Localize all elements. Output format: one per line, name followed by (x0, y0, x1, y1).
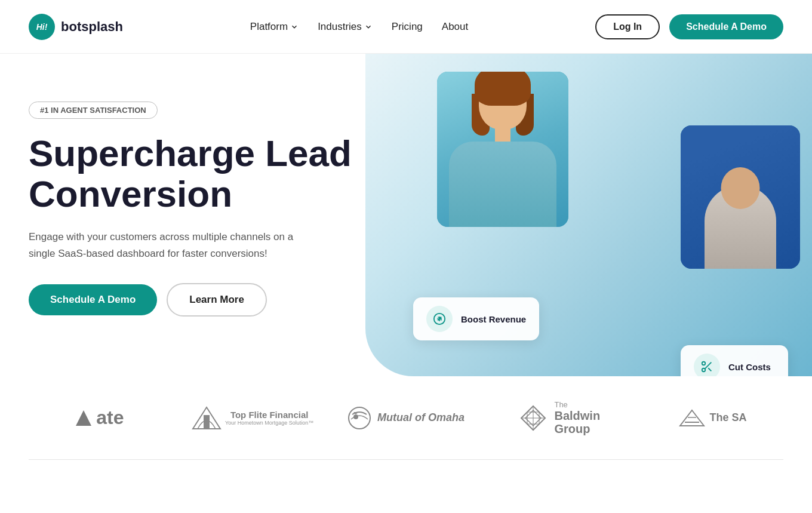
svg-rect-10 (204, 415, 210, 429)
hero-section: #1 IN AGENT SATISFACTION Supercharge Lea… (0, 54, 812, 376)
mutual-omaha-icon (347, 406, 371, 430)
woman-photo-bg (437, 72, 568, 227)
learn-more-button[interactable]: Learn More (167, 283, 267, 317)
man-photo-bg (681, 125, 800, 269)
logos-section: ate Top Flite Financial Your Hometown Mo… (0, 376, 812, 459)
baldwin-name: BaldwinGroup (554, 409, 600, 435)
woman-body (449, 142, 556, 227)
hero-content: #1 IN AGENT SATISFACTION Supercharge Lea… (29, 90, 352, 317)
svg-line-6 (708, 368, 711, 371)
svg-point-4 (702, 368, 706, 372)
logo-link[interactable]: Hi! botsplash (29, 14, 123, 40)
brand-name: botsplash (61, 19, 123, 35)
svg-rect-8 (81, 419, 87, 426)
nav-industries[interactable]: Industries (318, 21, 373, 33)
nav-about[interactable]: About (442, 21, 468, 33)
ate-arrow-icon (75, 409, 93, 427)
login-button[interactable]: Log In (595, 14, 660, 39)
agent-satisfaction-badge: #1 IN AGENT SATISFACTION (29, 102, 158, 119)
logo-mutual-omaha: Mutual of Omaha (336, 406, 477, 430)
logos-row: ate Top Flite Financial Your Hometown Mo… (29, 400, 783, 435)
top-flite-icon (192, 406, 222, 430)
schedule-demo-nav-button[interactable]: Schedule A Demo (669, 14, 783, 39)
nav-platform[interactable]: Platform (250, 21, 299, 33)
person-card-woman (437, 72, 568, 227)
logo-ate: ate (29, 407, 170, 429)
nav-actions: Log In Schedule A Demo (595, 14, 783, 39)
chevron-down-icon (364, 23, 373, 31)
woman-hair (475, 72, 531, 106)
cut-costs-label: Cut Costs (728, 362, 771, 372)
person-card-man (681, 125, 800, 269)
boost-revenue-icon (426, 306, 453, 332)
baldwin-icon (518, 403, 548, 433)
logo-the-sa: The SA (642, 409, 783, 427)
cut-costs-icon (694, 354, 720, 376)
section-divider (29, 459, 783, 460)
cut-costs-card: Cut Costs (681, 345, 788, 376)
hero-description: Engage with your customers across multip… (29, 229, 315, 261)
logo-baldwin: The BaldwinGroup (488, 400, 630, 435)
woman-neck (495, 127, 510, 142)
mutual-omaha-name: Mutual of Omaha (377, 411, 465, 424)
logo-top-flite: Top Flite Financial Your Hometown Mortga… (182, 406, 324, 430)
navbar: Hi! botsplash Platform Industries Pricin… (0, 0, 812, 54)
nav-links: Platform Industries Pricing About (250, 21, 468, 33)
boost-revenue-card: Boost Revenue (413, 297, 539, 340)
schedule-demo-hero-button[interactable]: Schedule A Demo (29, 284, 157, 315)
the-sa-name: The SA (710, 411, 747, 424)
boost-revenue-label: Boost Revenue (461, 314, 526, 324)
hero-visuals: Boost Revenue Cut Costs (365, 54, 812, 376)
hero-title: Supercharge Lead Conversion (29, 133, 352, 214)
top-flite-name: Top Flite Financial (225, 410, 313, 420)
hero-cta-group: Schedule A Demo Learn More (29, 283, 352, 317)
the-sa-icon (679, 409, 705, 427)
svg-point-12 (353, 414, 358, 419)
baldwin-the: The (554, 400, 600, 409)
svg-point-3 (702, 362, 706, 365)
chevron-down-icon (290, 23, 299, 31)
logo-icon: Hi! (29, 14, 55, 40)
top-flite-sub: Your Hometown Mortgage Solution™ (225, 420, 313, 426)
nav-pricing[interactable]: Pricing (392, 21, 423, 33)
ate-logo-text: ate (96, 407, 124, 429)
